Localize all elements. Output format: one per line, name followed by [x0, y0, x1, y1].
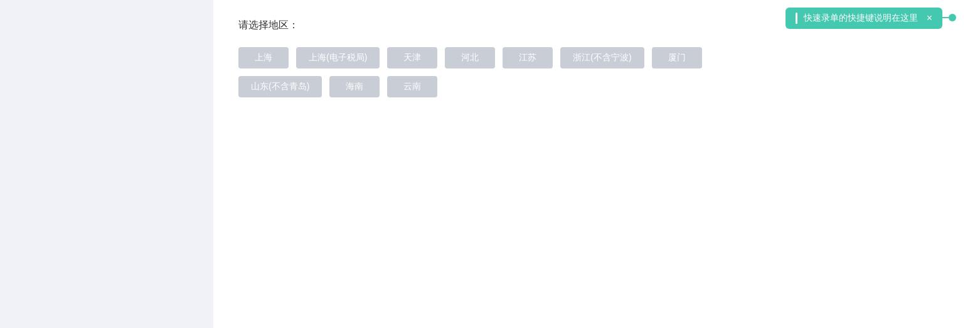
region-btn-tianjin[interactable]: 天津: [387, 47, 437, 68]
region-btn-xiamen[interactable]: 厦门: [652, 47, 702, 68]
region-btn-hainan[interactable]: 海南: [329, 76, 380, 97]
sidebar: [0, 0, 213, 328]
tooltip-bar: [796, 13, 797, 24]
region-btn-shandong[interactable]: 山东(不含青岛): [238, 76, 322, 97]
tooltip-text: 快速录单的快捷键说明在这里: [804, 13, 918, 24]
region-btn-shanghai-etax[interactable]: 上海(电子税局): [296, 47, 380, 68]
region-row-1: 山东(不含青岛)海南云南: [238, 76, 955, 97]
main-content: 请选择地区： 上海上海(电子税局)天津河北江苏浙江(不含宁波)厦门山东(不含青岛…: [213, 0, 980, 328]
region-btn-shanghai[interactable]: 上海: [238, 47, 289, 68]
region-btn-zhejiang[interactable]: 浙江(不含宁波): [560, 47, 644, 68]
tooltip-close-button[interactable]: ×: [927, 13, 932, 23]
tooltip-banner: 快速录单的快捷键说明在这里 ×: [786, 8, 942, 29]
region-row-0: 上海上海(电子税局)天津河北江苏浙江(不含宁波)厦门: [238, 47, 955, 68]
region-btn-yunnan[interactable]: 云南: [387, 76, 437, 97]
region-btn-jiangsu[interactable]: 江苏: [503, 47, 553, 68]
region-btn-hebei[interactable]: 河北: [445, 47, 495, 68]
tooltip-dot: [949, 14, 956, 21]
tooltip-line: [941, 17, 949, 18]
